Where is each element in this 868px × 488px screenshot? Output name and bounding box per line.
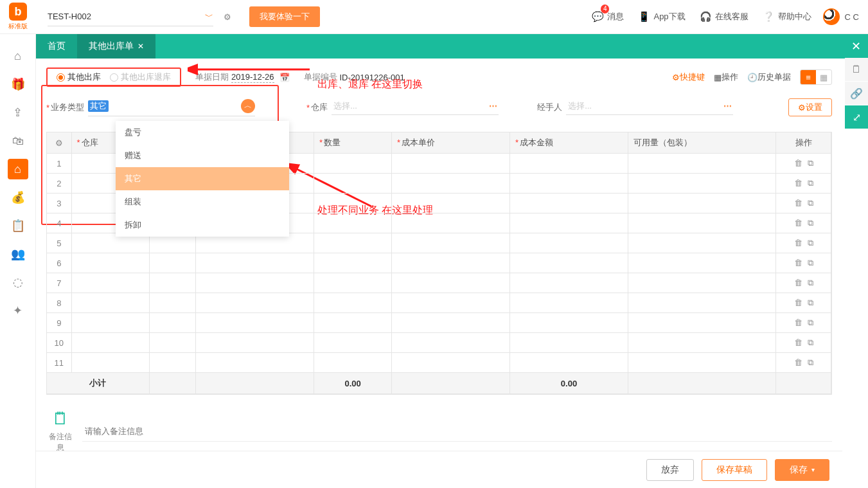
chevron-down-icon: ﹀	[205, 11, 213, 23]
org-selector[interactable]: TEST-H002 ﹀	[48, 7, 213, 26]
avatar[interactable]	[823, 8, 840, 25]
org-value: TEST-H002	[48, 12, 91, 21]
logo[interactable]: b 标准版	[0, 3, 36, 31]
user-name[interactable]: C C	[845, 12, 859, 22]
gear-icon[interactable]: ⚙	[224, 12, 231, 22]
topbar: b 标准版 TEST-H002 ﹀ ⚙ 我要体验一下 💬4 消息 📱 App下载…	[0, 0, 868, 34]
phone-icon: 📱	[638, 11, 650, 23]
logo-icon: b	[9, 3, 27, 21]
try-button[interactable]: 我要体验一下	[249, 6, 320, 27]
app-download-link[interactable]: 📱 App下载	[638, 11, 685, 23]
messages-link[interactable]: 💬4 消息	[592, 11, 624, 23]
service-link[interactable]: 🎧 在线客服	[700, 11, 748, 23]
help-link[interactable]: ❔ 帮助中心	[763, 11, 811, 23]
edition-tag: 标准版	[8, 22, 28, 31]
help-icon: ❔	[763, 11, 775, 23]
message-icon: 💬4	[592, 11, 604, 23]
headset-icon: 🎧	[700, 11, 712, 23]
